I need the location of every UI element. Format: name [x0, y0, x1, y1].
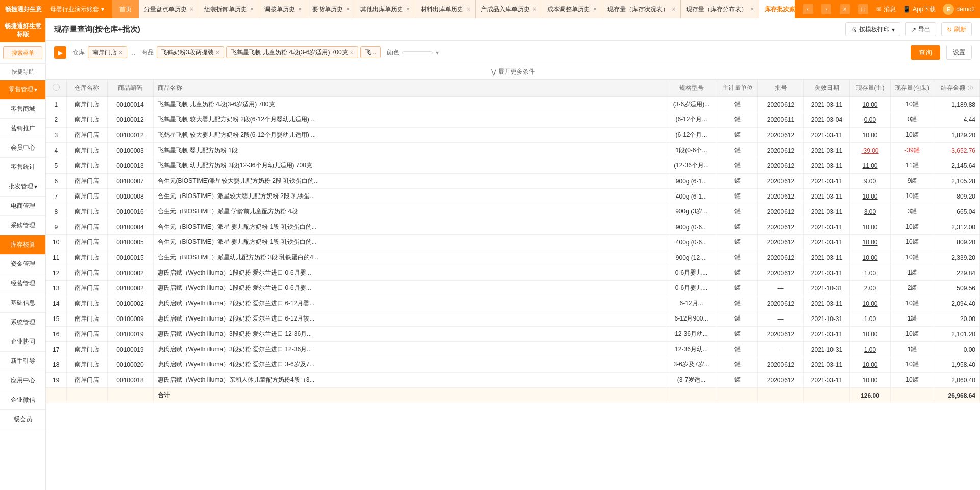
message-btn[interactable]: ✉ 消息 [876, 5, 896, 14]
export-icon: ↗ [911, 26, 916, 33]
product-filter: 商品 飞鹤奶粉3段两提装 × 飞鹤星飞帆 儿童奶粉 4段(3-6岁适用) 700… [141, 46, 381, 58]
tab-close-2[interactable]: × [250, 6, 254, 13]
template-dropdown-icon: ▾ [892, 26, 895, 33]
sidebar-item-guide[interactable]: 新手引导 [0, 352, 45, 371]
tab-close-3[interactable]: × [298, 6, 302, 13]
template-print-btn[interactable]: 🖨 按模板打印 ▾ [845, 22, 900, 36]
tab-6[interactable]: 材料出库单历史 × [415, 0, 476, 18]
tab-close-5[interactable]: × [406, 6, 410, 13]
tab-close-6[interactable]: × [467, 6, 470, 13]
sidebar-item-app-center[interactable]: 应用中心 [0, 371, 45, 390]
warehouse-tag[interactable]: 南岸门店 × [88, 46, 127, 58]
settings-btn[interactable]: 设置 [946, 45, 972, 60]
td-qty[interactable]: 1.00 [850, 311, 891, 327]
expand-more-btn[interactable]: ⋁ 展开更多条件 [46, 64, 980, 80]
sidebar-item-system[interactable]: 系统管理 [0, 313, 45, 332]
td-qty[interactable]: 10.00 [850, 327, 891, 342]
tab-5[interactable]: 其他出库单历史 × [355, 0, 415, 18]
search-btn[interactable]: 查询 [911, 45, 940, 60]
td-qty[interactable]: 10.00 [850, 97, 891, 112]
color-input[interactable] [402, 51, 433, 54]
app-download-btn[interactable]: 📱 App下载 [903, 5, 936, 14]
td-warehouse: 南岸门店 [66, 189, 107, 204]
sidebar-item-retail-mall[interactable]: 零售商城 [0, 100, 45, 119]
sidebar-item-ecommerce[interactable]: 电商管理 [0, 197, 45, 216]
tab-11[interactable]: 库存批次账 × [760, 0, 795, 18]
td-qty[interactable]: 10.00 [850, 189, 891, 204]
td-qty[interactable]: 10.00 [850, 296, 891, 311]
sidebar-item-enterprise[interactable]: 企业协同 [0, 332, 45, 352]
tab-9[interactable]: 现存量（库存状况表） × [602, 0, 681, 18]
sidebar-item-marketing[interactable]: 营销推广 [0, 119, 45, 138]
tab-nav-left[interactable]: ‹ [803, 4, 813, 14]
sidebar-item-basic[interactable]: 基础信息 [0, 293, 45, 313]
tab-close-current[interactable]: × [840, 4, 850, 14]
th-spec: 规格型号 [666, 80, 717, 97]
product-tag-2[interactable]: 飞鹤星飞帆 儿童奶粉 4段(3-6岁适用) 700克 × [226, 46, 358, 58]
refresh-btn[interactable]: ↻ 刷新 [941, 22, 972, 36]
sidebar-item-purchase[interactable]: 采购管理 [0, 216, 45, 235]
td-qty[interactable]: 10.00 [850, 128, 891, 143]
warehouse-more[interactable]: ... [130, 49, 135, 56]
sidebar-item-wechat[interactable]: 企业微信 [0, 390, 45, 410]
sidebar: 畅捷通好生意 标版 搜索菜单 快捷导航 零售管理 ▾ 零售商城 营销推广 会员中… [0, 18, 46, 490]
product-tag1-close[interactable]: × [216, 49, 219, 56]
select-all-icon[interactable] [53, 84, 60, 91]
td-qty[interactable]: -39.00 [850, 143, 891, 158]
warehouse-tag-close[interactable]: × [119, 49, 122, 56]
sidebar-item-retail-mgmt[interactable]: 零售管理 ▾ [0, 80, 45, 100]
td-qty[interactable]: 11.00 [850, 158, 891, 174]
tab-close-10[interactable]: × [750, 6, 754, 13]
td-qtybox: 9罐 [891, 174, 934, 189]
sidebar-item-operation[interactable]: 经营管理 [0, 274, 45, 293]
td-qty[interactable]: 1.00 [850, 342, 891, 357]
td-qty[interactable]: 3.00 [850, 204, 891, 219]
sidebar-item-wholesale[interactable]: 批发管理 ▾ [0, 177, 45, 197]
tab-8[interactable]: 成本调整单历史 × [542, 0, 602, 18]
tab-7[interactable]: 产成品入库单历史 × [476, 0, 542, 18]
user-avatar[interactable]: E demo2 [943, 4, 975, 15]
tab-4[interactable]: 要货单历史 × [307, 0, 355, 18]
td-qty[interactable]: 2.00 [850, 281, 891, 296]
sidebar-item-finance[interactable]: 资金管理 [0, 255, 45, 274]
td-qty[interactable]: 10.00 [850, 373, 891, 388]
tab-2[interactable]: 组装拆卸单历史 × [199, 0, 259, 18]
chevron-icon: ▾ [34, 86, 37, 93]
export-btn[interactable]: ↗ 导出 [905, 22, 936, 36]
tab-close-4[interactable]: × [346, 6, 350, 13]
tab-3[interactable]: 调拨单历史 × [259, 0, 307, 18]
sidebar-item-member2[interactable]: 畅会员 [0, 410, 45, 429]
account-selector[interactable]: 母婴行业演示账套 ▾ [50, 5, 104, 14]
amount-info-icon[interactable]: ⓘ [968, 85, 973, 91]
table-body: 1 南岸门店 00100014 飞鹤星飞帆 儿童奶粉 4段(3-6岁适用) 70… [46, 97, 980, 403]
search-menu-btn[interactable]: 搜索菜单 [3, 46, 42, 59]
color-dropdown-icon[interactable]: ▾ [436, 49, 439, 56]
tab-close-1[interactable]: × [190, 6, 193, 13]
td-qty[interactable]: 0.00 [850, 112, 891, 128]
quick-nav-btn[interactable]: 快捷导航 [0, 64, 45, 80]
td-qty[interactable]: 10.00 [850, 250, 891, 265]
tab-home[interactable]: 首页 [112, 0, 139, 18]
td-unit: 罐 [717, 158, 758, 174]
product-tag-3[interactable]: 飞... [360, 46, 381, 58]
tab-close-8[interactable]: × [593, 6, 597, 13]
tab-close-7[interactable]: × [533, 6, 536, 13]
td-qty[interactable]: 10.00 [850, 357, 891, 373]
tab-list: 首页 分量盘点单历史 × 组装拆卸单历史 × 调拨单历史 × 要货单历史 × 其… [112, 0, 795, 18]
tab-nav-right[interactable]: › [821, 4, 831, 14]
table-row: 4 南岸门店 00100003 飞鹤星飞帆 婴儿配方奶粉 1段 1段(0-6个.… [46, 143, 980, 158]
tab-close-9[interactable]: × [672, 6, 675, 13]
td-qty[interactable]: 1.00 [850, 265, 891, 281]
td-qty[interactable]: 9.00 [850, 174, 891, 189]
sidebar-item-retail-stats[interactable]: 零售统计 [0, 158, 45, 177]
sidebar-item-member[interactable]: 会员中心 [0, 138, 45, 158]
filter-toggle-btn[interactable]: ▶ [54, 46, 66, 59]
td-qty[interactable]: 10.00 [850, 219, 891, 235]
td-qty[interactable]: 10.00 [850, 235, 891, 250]
sidebar-item-inventory[interactable]: 库存核算 [0, 235, 45, 255]
tab-10[interactable]: 现存量（库存分布表） × [681, 0, 760, 18]
product-tag-1[interactable]: 飞鹤奶粉3段两提装 × [157, 46, 224, 58]
product-tag2-close[interactable]: × [350, 49, 354, 56]
tab-maximize[interactable]: □ [858, 4, 868, 14]
tab-1[interactable]: 分量盘点单历史 × [139, 0, 199, 18]
